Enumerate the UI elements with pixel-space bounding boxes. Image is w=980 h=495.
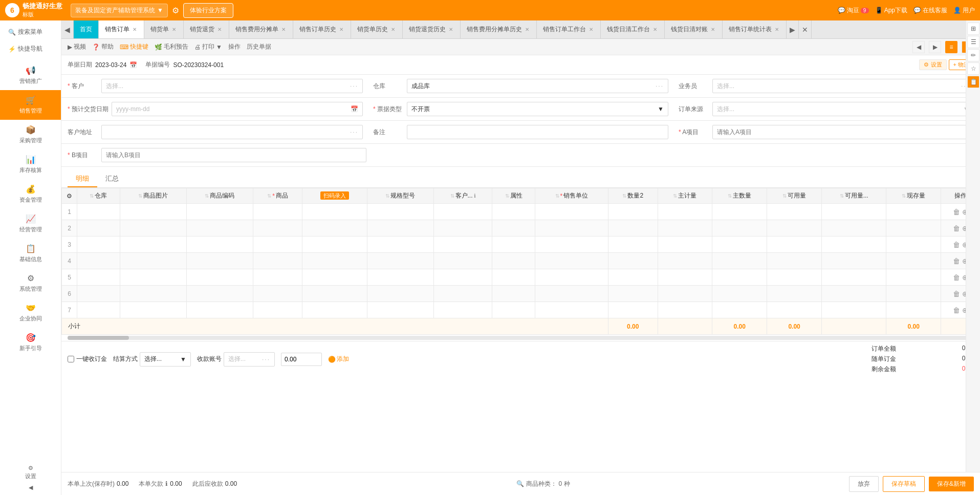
row-delete-4[interactable]: 🗑 xyxy=(953,257,960,265)
row-qty2-5[interactable] xyxy=(608,269,658,286)
remarks-input[interactable] xyxy=(407,125,668,139)
next-nav-btn[interactable]: ▶ xyxy=(929,41,941,53)
invoice-type-select[interactable]: 不开票 ▼ xyxy=(407,102,668,116)
delivery-date-input[interactable]: yyyy-mm-dd 📅 xyxy=(112,102,363,116)
tab-7[interactable]: 销货退货历史✕ xyxy=(403,20,461,39)
tab-close-10[interactable]: ✕ xyxy=(652,26,658,33)
industry-btn[interactable]: 体验行业方案 xyxy=(183,3,233,18)
tab-close-7[interactable]: ✕ xyxy=(448,26,454,33)
row-current-7[interactable] xyxy=(886,302,941,318)
row-unit-6[interactable] xyxy=(535,286,608,302)
row-unit-3[interactable] xyxy=(535,236,608,253)
row-code-5[interactable] xyxy=(186,269,253,286)
row-image-5[interactable] xyxy=(120,269,186,286)
rp-btn-2[interactable]: ☰ xyxy=(967,36,979,48)
row-code-4[interactable] xyxy=(186,253,253,269)
sidebar-item-资金管理[interactable]: 💰资金管理 xyxy=(0,179,61,209)
row-current-1[interactable] xyxy=(886,204,941,220)
sidebar-item-新手引导[interactable]: 🎯新手引导 xyxy=(0,328,61,357)
row-avail-1[interactable] xyxy=(767,204,822,220)
rp-btn-1[interactable]: ⊞ xyxy=(967,23,979,35)
row-image-4[interactable] xyxy=(120,253,186,269)
tab-close-4[interactable]: ✕ xyxy=(280,26,287,33)
one-click-check[interactable] xyxy=(68,356,74,362)
sidebar-search[interactable]: 🔍 搜索菜单 xyxy=(4,25,57,39)
sidebar-item-销售管理[interactable]: 🛒销售管理 xyxy=(0,90,61,120)
tab-close-12[interactable]: ✕ xyxy=(774,26,780,33)
prev-nav-btn[interactable]: ◀ xyxy=(912,41,925,53)
row-spec-2[interactable] xyxy=(367,220,433,236)
add-payment-btn[interactable]: 🟠 添加 xyxy=(328,355,349,363)
row-spec-4[interactable] xyxy=(367,253,433,269)
row-custno-5[interactable] xyxy=(433,269,492,286)
sidebar-item-经营管理[interactable]: 📈经营管理 xyxy=(0,209,61,239)
row-image-6[interactable] xyxy=(120,286,186,302)
tab-close-8[interactable]: ✕ xyxy=(524,26,530,33)
row-avail-2[interactable] xyxy=(767,220,822,236)
shortcut-btn[interactable]: ⌨ 快捷键 xyxy=(120,42,148,51)
row-warehouse-1[interactable] xyxy=(77,204,120,220)
tab-9[interactable]: 销售订单工作台✕ xyxy=(537,20,601,39)
grid-view-btn[interactable]: ≡ xyxy=(945,41,957,53)
row-custno-1[interactable] xyxy=(433,204,492,220)
row-mainunit-1[interactable] xyxy=(658,204,712,220)
sidebar-item-营销推广[interactable]: 📢营销推广 xyxy=(0,60,61,90)
row-product-6[interactable] xyxy=(253,286,302,302)
discard-btn[interactable]: 放弃 xyxy=(849,476,879,492)
a-project-input[interactable] xyxy=(712,125,974,139)
row-attr-4[interactable] xyxy=(492,253,535,269)
row-image-7[interactable] xyxy=(120,302,186,318)
row-product-3[interactable] xyxy=(253,236,302,253)
row-current-6[interactable] xyxy=(886,286,941,302)
row-product-2[interactable] xyxy=(253,220,302,236)
row-image-3[interactable] xyxy=(120,236,186,253)
tab-close-5[interactable]: ✕ xyxy=(338,26,344,33)
row-custno-3[interactable] xyxy=(433,236,492,253)
sidebar-item-库存核算[interactable]: 📊库存核算 xyxy=(0,149,61,179)
tab-close-all-btn[interactable]: ✕ xyxy=(799,20,812,38)
sidebar-item-系统管理[interactable]: ⚙系统管理 xyxy=(0,268,61,298)
row-mainunit-2[interactable] xyxy=(658,220,712,236)
row-attr-2[interactable] xyxy=(492,220,535,236)
row-mainqty-7[interactable] xyxy=(712,302,767,318)
row-delete-3[interactable]: 🗑 xyxy=(953,241,960,249)
row-product-4[interactable] xyxy=(253,253,302,269)
notification-item[interactable]: 💬 淘豆 9 xyxy=(838,6,869,15)
settings-panel-btn[interactable]: ⚙ 设置 xyxy=(919,59,946,70)
rp-btn-4[interactable]: ☆ xyxy=(967,62,979,75)
row-attr-7[interactable] xyxy=(492,302,535,318)
row-attr-5[interactable] xyxy=(492,269,535,286)
row-custno-7[interactable] xyxy=(433,302,492,318)
row-image-1[interactable] xyxy=(120,204,186,220)
row-mainunit-3[interactable] xyxy=(658,236,712,253)
row-code-6[interactable] xyxy=(186,286,253,302)
warehouse-input[interactable]: 成品库 ··· xyxy=(407,79,668,93)
row-attr-1[interactable] xyxy=(492,204,535,220)
tab-12[interactable]: 销售订单统计表✕ xyxy=(723,20,787,39)
online-service-item[interactable]: 💬 在线客服 xyxy=(913,6,947,15)
row-attr-3[interactable] xyxy=(492,236,535,253)
row-code-7[interactable] xyxy=(186,302,253,318)
tab-11[interactable]: 钱货日清对账✕ xyxy=(665,20,723,39)
tab-10[interactable]: 钱货日清工作台✕ xyxy=(601,20,665,39)
row-spec-7[interactable] xyxy=(367,302,433,318)
row-avail2-5[interactable] xyxy=(821,269,886,286)
row-spec-6[interactable] xyxy=(367,286,433,302)
th-settings[interactable]: ⚙ xyxy=(62,188,77,204)
row-delete-6[interactable]: 🗑 xyxy=(953,290,960,298)
order-source-input[interactable]: 选择... ▼ xyxy=(712,102,974,116)
row-custno-4[interactable] xyxy=(433,253,492,269)
settings-icon[interactable]: ⚙ xyxy=(172,6,179,15)
row-code-1[interactable] xyxy=(186,204,253,220)
row-warehouse-5[interactable] xyxy=(77,269,120,286)
sidebar-collapse-btn[interactable]: ◀ xyxy=(29,484,33,491)
row-unit-1[interactable] xyxy=(535,204,608,220)
row-avail2-3[interactable] xyxy=(821,236,886,253)
row-code-2[interactable] xyxy=(186,220,253,236)
row-qty2-6[interactable] xyxy=(608,286,658,302)
row-mainqty-3[interactable] xyxy=(712,236,767,253)
settlement-select[interactable]: 选择... ▼ xyxy=(140,352,191,367)
row-avail-4[interactable] xyxy=(767,253,822,269)
amount-input[interactable] xyxy=(281,353,322,366)
salesperson-input[interactable]: 选择... ··· xyxy=(712,79,974,93)
